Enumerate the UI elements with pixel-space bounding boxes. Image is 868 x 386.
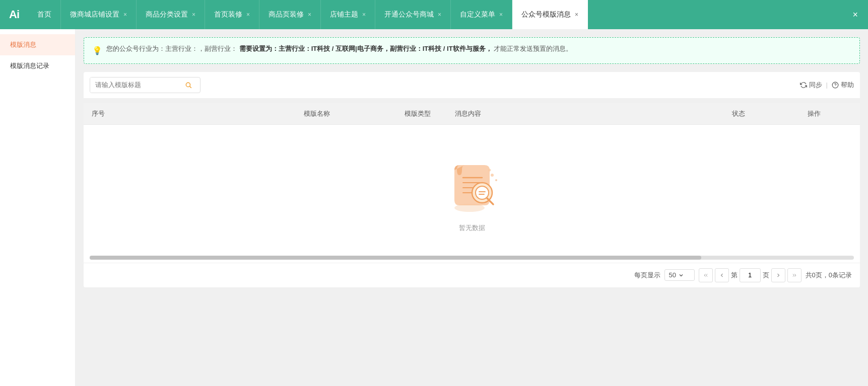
tab-shop-theme[interactable]: 店铺主题 ×: [321, 0, 375, 29]
pagination-nav: 第 页: [699, 268, 802, 282]
help-button[interactable]: 帮助: [832, 81, 854, 90]
tab-category-settings-close[interactable]: ×: [192, 11, 195, 18]
scrollbar-area[interactable]: [84, 253, 860, 263]
empty-state: 暂无数据: [84, 125, 860, 253]
svg-point-10: [476, 186, 489, 199]
chevron-down-icon: [678, 272, 684, 278]
tab-category-settings[interactable]: 商品分类设置 ×: [137, 0, 205, 29]
tab-product-decor-label: 商品页装修: [269, 10, 304, 19]
col-action: 操作: [799, 103, 860, 125]
sidebar-item-template-msg[interactable]: 模版消息: [0, 34, 75, 55]
tab-shop-theme-close[interactable]: ×: [362, 11, 366, 18]
tab-product-decor-close[interactable]: ×: [308, 11, 311, 18]
tab-shop-settings[interactable]: 微商城店铺设置 ×: [61, 0, 137, 29]
search-area: [90, 77, 201, 93]
tab-open-mall[interactable]: 开通公众号商城 ×: [375, 0, 451, 29]
tab-custom-menu[interactable]: 自定义菜单 ×: [451, 0, 512, 29]
global-close-button[interactable]: ×: [842, 0, 868, 29]
notice-text: 您的公众号行业为：主营行业：，副营行业： 需要设置为：主营行业：IT科技 / 互…: [106, 44, 572, 54]
per-page-label: 每页显示: [634, 271, 660, 280]
notice-icon: 💡: [92, 44, 102, 57]
app-logo: Ai: [0, 0, 28, 29]
sidebar-item-template-log[interactable]: 模版消息记录: [0, 55, 75, 76]
last-page-button[interactable]: [787, 268, 802, 282]
notice-box: 💡 您的公众号行业为：主营行业：，副营行业： 需要设置为：主营行业：IT科技 /…: [84, 37, 860, 64]
scrollbar-thumb: [90, 256, 701, 260]
col-status: 状态: [724, 103, 799, 125]
toolbar-right: 同步 | 帮助: [800, 81, 854, 90]
sync-button[interactable]: 同步: [800, 81, 822, 90]
tab-shop-theme-label: 店铺主题: [330, 10, 358, 19]
tab-shop-settings-close[interactable]: ×: [123, 11, 127, 18]
first-page-button[interactable]: [699, 268, 713, 282]
table-wrap: 序号 模版名称 模版类型 消息内容 状态 操作: [84, 103, 860, 287]
total-info: 共0页，0条记录: [806, 271, 852, 280]
col-seq: 序号: [84, 103, 296, 125]
svg-point-0: [186, 83, 190, 87]
page-suffix: 页: [763, 271, 769, 280]
first-page-icon: [703, 272, 709, 278]
prev-page-button[interactable]: [715, 268, 729, 282]
tab-template-msg-close[interactable]: ×: [575, 11, 578, 18]
svg-point-15: [495, 179, 497, 181]
sidebar: 模版消息 模版消息记录: [0, 29, 76, 386]
page-label: 第: [731, 271, 738, 280]
tab-home[interactable]: 首页: [28, 0, 61, 29]
per-page-select[interactable]: 50: [664, 269, 695, 281]
next-page-icon: [775, 272, 781, 278]
search-button[interactable]: [181, 78, 196, 93]
toolbar: 同步 | 帮助: [84, 72, 860, 98]
col-content: 消息内容: [447, 103, 724, 125]
svg-point-16: [488, 169, 491, 171]
tab-custom-menu-label: 自定义菜单: [460, 10, 495, 19]
content-area: 💡 您的公众号行业为：主营行业：，副营行业： 需要设置为：主营行业：IT科技 /…: [76, 29, 868, 386]
table-body: 暂无数据: [84, 124, 860, 253]
top-tabs-bar: Ai 首页 微商城店铺设置 × 商品分类设置 × 首页装修 × 商品页装修 × …: [0, 0, 868, 29]
col-type: 模版类型: [396, 103, 447, 125]
main-layout: 模版消息 模版消息记录 💡 您的公众号行业为：主营行业：，副营行业： 需要设置为…: [0, 29, 868, 386]
tab-template-msg-label: 公众号模版消息: [521, 10, 571, 19]
toolbar-divider: |: [826, 81, 828, 89]
pagination: 每页显示 50: [84, 263, 860, 287]
svg-point-14: [491, 174, 494, 177]
last-page-icon: [791, 272, 797, 278]
col-name: 模版名称: [296, 103, 396, 125]
tab-home-decor-label: 首页装修: [214, 10, 242, 19]
svg-line-1: [190, 86, 191, 88]
empty-text: 暂无数据: [459, 223, 485, 233]
prev-page-icon: [719, 272, 725, 278]
tab-home-label: 首页: [37, 10, 51, 19]
horizontal-scrollbar[interactable]: [90, 256, 854, 260]
tab-open-mall-close[interactable]: ×: [438, 11, 441, 18]
per-page-value: 50: [669, 271, 676, 279]
table-header: 序号 模版名称 模版类型 消息内容 状态 操作: [84, 103, 860, 125]
search-input[interactable]: [90, 78, 181, 93]
notice-highlight: 需要设置为：主营行业：IT科技 / 互联网|电子商务，副营行业：IT科技 / I…: [239, 45, 492, 52]
tab-home-decor[interactable]: 首页装修 ×: [205, 0, 259, 29]
help-icon: [832, 82, 839, 89]
search-icon: [185, 82, 192, 89]
page-input[interactable]: [740, 268, 761, 282]
data-table: 序号 模版名称 模版类型 消息内容 状态 操作: [84, 103, 860, 253]
tab-category-settings-label: 商品分类设置: [146, 10, 188, 19]
sync-icon: [800, 82, 807, 89]
tab-template-msg[interactable]: 公众号模版消息 ×: [512, 0, 588, 29]
tab-product-decor[interactable]: 商品页装修 ×: [259, 0, 321, 29]
tab-home-decor-close[interactable]: ×: [246, 11, 250, 18]
next-page-button[interactable]: [771, 268, 785, 282]
tab-custom-menu-close[interactable]: ×: [499, 11, 503, 18]
tab-open-mall-label: 开通公众号商城: [384, 10, 434, 19]
empty-illustration: [442, 155, 502, 215]
tab-shop-settings-label: 微商城店铺设置: [70, 10, 119, 19]
